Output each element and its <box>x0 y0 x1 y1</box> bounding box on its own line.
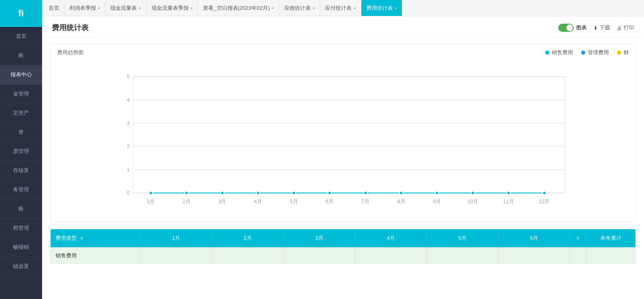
svg-point-28 <box>256 191 260 195</box>
print-button[interactable]: 🖨 打印 <box>617 24 634 31</box>
col-type-label: 费用类型 <box>56 235 77 242</box>
download-label: 下载 <box>599 24 610 31</box>
svg-text:2: 2 <box>127 144 129 149</box>
tab-close-profit[interactable]: × <box>98 6 100 11</box>
svg-point-33 <box>435 191 439 195</box>
download-icon: ⬇ <box>593 25 598 31</box>
tab-close-receivable[interactable]: × <box>312 6 315 11</box>
tab-profit[interactable]: 利润表季报 × <box>65 0 105 16</box>
legend-sales: 销售费用 <box>545 49 573 56</box>
sidebar-item-report-center[interactable]: 报表中心 <box>0 65 42 84</box>
sidebar-item-finance[interactable]: 金管理 <box>0 84 42 104</box>
data-cell-4-sales <box>355 248 427 264</box>
svg-text:11月: 11月 <box>503 199 514 204</box>
table-col-month-5: 5月 <box>427 235 498 242</box>
tab-close-payable[interactable]: × <box>353 6 356 11</box>
sidebar-item-inventory[interactable]: 存核算 <box>0 161 42 180</box>
sidebar-item-archive[interactable]: 档管理 <box>0 219 42 238</box>
svg-text:5月: 5月 <box>290 199 298 204</box>
svg-text:6月: 6月 <box>325 199 334 204</box>
next-arrow-icon[interactable]: > <box>576 235 579 241</box>
tab-close-blank[interactable]: × <box>272 6 274 11</box>
sidebar-item-ledger[interactable]: 账 <box>0 199 42 219</box>
svg-text:10月: 10月 <box>467 199 478 204</box>
table-col-month-1: 1月 <box>140 235 212 242</box>
chart-header: 费用趋势图 销售费用 管理费用 财 <box>57 49 629 56</box>
svg-point-27 <box>221 191 224 195</box>
tab-close-cashflow[interactable]: × <box>138 6 141 11</box>
table-section: 费用类型 < 1月 2月 3月 4月 5月 6月 > 本年累计 销售费用 <box>50 229 636 264</box>
data-cell-5-sales <box>427 248 498 264</box>
svg-point-34 <box>471 191 475 195</box>
sidebar-item-account[interactable]: 账 <box>0 46 42 65</box>
table-col-month-6: 6月 <box>499 235 570 242</box>
sidebar-item-home[interactable]: 首页 <box>0 27 42 46</box>
tab-close-expense[interactable]: × <box>394 6 397 11</box>
legend-dot-management <box>581 51 585 55</box>
svg-text:1: 1 <box>127 167 129 173</box>
svg-point-32 <box>399 191 403 195</box>
svg-point-29 <box>292 191 295 195</box>
legend-management: 管理费用 <box>581 49 609 56</box>
table-col-month-2: 2月 <box>212 235 283 242</box>
table-col-next-arrow[interactable]: > <box>570 235 586 241</box>
sidebar-item-reimbursement[interactable]: 畅报销 <box>0 238 42 257</box>
sidebar-item-task[interactable]: 务管理 <box>0 180 42 199</box>
legend-label-sales: 销售费用 <box>552 49 573 56</box>
table-row-sales: 销售费用 <box>51 247 635 264</box>
svg-text:9月: 9月 <box>433 199 441 204</box>
data-cell-3-sales <box>284 248 355 264</box>
chart-toggle[interactable] <box>558 24 574 32</box>
chart-title: 费用趋势图 <box>57 49 84 56</box>
svg-point-30 <box>328 191 331 195</box>
legend-dot-sales <box>545 51 549 55</box>
sidebar-item-settings[interactable]: 础设置 <box>0 257 42 276</box>
chart-section: 费用趋势图 销售费用 管理费用 财 <box>50 44 636 222</box>
svg-text:4月: 4月 <box>254 199 262 204</box>
data-cell-total-sales <box>586 248 635 264</box>
legend-finance: 财 <box>617 49 629 56</box>
svg-text:4: 4 <box>127 97 129 103</box>
tab-receivable[interactable]: 应收统计表 × <box>279 0 320 16</box>
tab-expense[interactable]: 费用统计表 × <box>361 0 402 16</box>
svg-text:3: 3 <box>127 120 129 126</box>
chart-container: 0 1 2 3 4 5 1月 2月 <box>57 60 629 215</box>
tab-cashflow-q[interactable]: 现金流量表季报 × <box>147 0 198 16</box>
data-cell-type-sales: 销售费用 <box>51 248 140 264</box>
content-area: 费用统计表 图表 ⬇ 下载 🖨 打印 费用趋势图 <box>42 16 644 299</box>
svg-text:8月: 8月 <box>397 199 405 204</box>
sidebar-item-assets[interactable]: 资 <box>0 123 42 142</box>
sidebar: fi 首页 账 报表中心 金管理 定资产 资 票管理 存核算 务管理 账 档管理… <box>0 0 42 299</box>
table-header-row: 费用类型 < 1月 2月 3月 4月 5月 6月 > 本年累计 <box>51 229 635 247</box>
svg-text:5: 5 <box>127 74 129 80</box>
print-icon: 🖨 <box>617 25 622 31</box>
svg-text:12月: 12月 <box>539 199 550 204</box>
table-col-total-header: 本年累计 <box>586 235 635 242</box>
data-cell-1-sales <box>140 248 212 264</box>
svg-point-26 <box>185 191 188 195</box>
table-col-type-header: 费用类型 < <box>51 235 140 242</box>
tab-payable[interactable]: 应付统计表 × <box>320 0 361 16</box>
svg-point-36 <box>543 191 546 195</box>
header-actions: 图表 ⬇ 下载 🖨 打印 <box>558 24 634 32</box>
print-label: 打印 <box>624 24 634 31</box>
tab-blank[interactable]: 查看_空白报表(2023年02月) × <box>198 0 279 16</box>
svg-text:7月: 7月 <box>361 199 370 204</box>
sidebar-item-ticket[interactable]: 票管理 <box>0 142 42 161</box>
main-area: 首页 利润表季报 × 现金流量表 × 现金流量表季报 × 查看_空白报表(202… <box>42 0 644 299</box>
table-col-month-4: 4月 <box>355 235 427 242</box>
tab-close-cashflow-q[interactable]: × <box>190 6 193 11</box>
table-col-month-3: 3月 <box>284 235 355 242</box>
chart-toggle-label: 图表 <box>576 24 587 31</box>
chart-toggle-group[interactable]: 图表 <box>558 24 587 32</box>
svg-text:3月: 3月 <box>218 199 226 204</box>
svg-point-25 <box>149 191 152 195</box>
page-header: 费用统计表 图表 ⬇ 下载 🖨 打印 <box>42 16 644 37</box>
tab-home[interactable]: 首页 <box>44 0 65 16</box>
sidebar-item-fixed-assets[interactable]: 定资产 <box>0 104 42 123</box>
table-prev-arrow[interactable]: < <box>80 235 83 241</box>
data-cell-2-sales <box>212 248 283 264</box>
download-button[interactable]: ⬇ 下载 <box>593 24 610 31</box>
tab-cashflow[interactable]: 现金流量表 × <box>105 0 146 16</box>
legend-dot-finance <box>617 51 621 55</box>
